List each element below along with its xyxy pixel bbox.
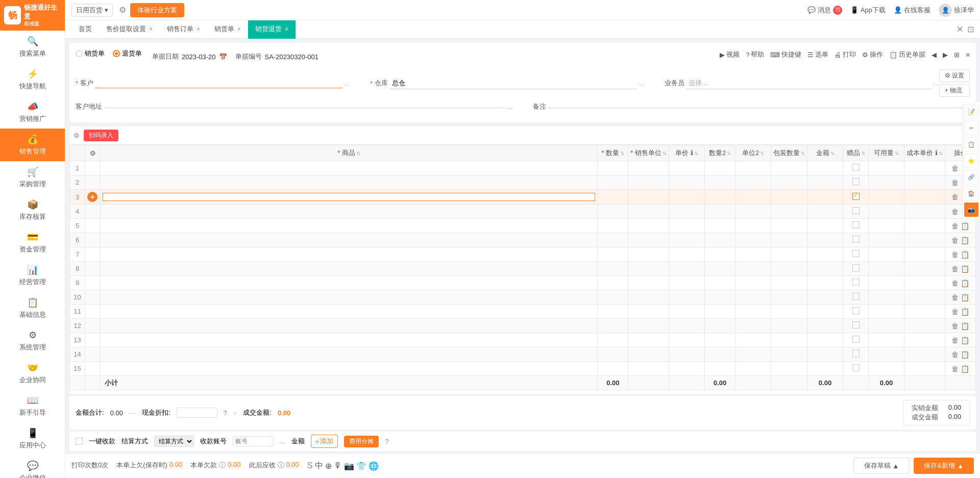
gift-checkbox-8[interactable] [852, 264, 860, 271]
unit-cell-9[interactable] [628, 276, 669, 290]
grid-view-icon[interactable]: ⊞ [954, 51, 960, 59]
unit-cell-2[interactable] [628, 175, 669, 190]
available-cell-12[interactable] [869, 319, 904, 333]
gift-checkbox-10[interactable] [852, 293, 860, 300]
delete-row-icon-10[interactable]: 🗑 [951, 293, 959, 301]
product-cell-7[interactable] [101, 247, 598, 262]
qty-cell-4[interactable] [598, 205, 628, 219]
online-service-btn[interactable]: 👤 在线客服 [894, 6, 930, 15]
sort-product-icon[interactable]: ⇅ [356, 150, 360, 156]
cost-cell-1[interactable] [904, 161, 945, 175]
message-btn[interactable]: 💬 消息 70 [807, 6, 842, 15]
pkg-cell-1[interactable] [771, 161, 807, 175]
cost-cell-2[interactable] [904, 175, 945, 190]
company-selector[interactable]: 日用百货 ▾ [71, 4, 113, 17]
qty2-cell-14[interactable] [705, 347, 736, 362]
right-btn-4[interactable]: ⭐ [964, 154, 978, 168]
gift-checkbox-13[interactable] [852, 336, 860, 343]
sidebar-item-basic[interactable]: 📋 基础信息 [0, 292, 65, 324]
sort-price-icon[interactable]: ⇅ [694, 150, 698, 156]
pkg-cell-7[interactable] [771, 247, 807, 262]
qty-cell-10[interactable] [598, 290, 628, 305]
cost-cell-5[interactable] [904, 219, 945, 233]
available-cell-1[interactable] [869, 161, 904, 175]
copy-row-icon-6[interactable]: 📋 [961, 236, 969, 244]
qty2-cell-11[interactable] [705, 305, 736, 319]
gift-checkbox-14[interactable] [852, 350, 860, 357]
product-cell-4[interactable] [101, 205, 598, 219]
history-action[interactable]: 📋 历史单据 [889, 50, 925, 59]
unit2-cell-13[interactable] [736, 333, 771, 347]
qty-cell-11[interactable] [598, 305, 628, 319]
unit2-cell-15[interactable] [736, 362, 771, 376]
gift-checkbox-11[interactable] [852, 307, 860, 314]
amount-cell-1[interactable] [807, 161, 843, 175]
nav-prev-icon[interactable]: ◀ [932, 51, 937, 59]
radio-sales-doc[interactable]: 销货单 [76, 49, 105, 58]
gift-checkbox-7[interactable] [852, 250, 860, 257]
cost-cell-12[interactable] [904, 319, 945, 333]
pkg-cell-13[interactable] [771, 333, 807, 347]
unit-cell-14[interactable] [628, 347, 669, 362]
unit-cell-13[interactable] [628, 333, 669, 347]
product-cell-10[interactable] [101, 290, 598, 305]
expense-split-btn[interactable]: 费用分摊 [344, 436, 379, 447]
right-btn-2[interactable]: ✏ [964, 121, 978, 135]
qty-cell-14[interactable] [598, 347, 628, 362]
ops-cell-9[interactable]: 🗑 📋 [945, 276, 976, 290]
amount-cell-11[interactable] [807, 305, 843, 319]
sidebar-item-purchase[interactable]: 🛒 采购管理 [0, 161, 65, 194]
app-download-btn[interactable]: 📱 App下载 [850, 6, 886, 15]
th-gear[interactable]: ⚙ [85, 145, 101, 161]
unit-cell-4[interactable] [628, 205, 669, 219]
gift-cell-1[interactable] [843, 161, 869, 175]
pkg-cell-10[interactable] [771, 290, 807, 305]
tab-sales-order[interactable]: 销售订单 × [160, 20, 207, 39]
copy-row-icon-15[interactable]: 📋 [961, 365, 969, 373]
sidebar-item-inventory[interactable]: 📦 库存核算 [0, 194, 65, 227]
tab-home[interactable]: 首页 [71, 20, 99, 39]
gift-checkbox-1[interactable] [852, 164, 860, 171]
available-cell-7[interactable] [869, 247, 904, 262]
gift-checkbox-12[interactable] [852, 321, 860, 329]
cost-cell-11[interactable] [904, 305, 945, 319]
available-cell-9[interactable] [869, 276, 904, 290]
unit2-cell-5[interactable] [736, 219, 771, 233]
pkg-cell-8[interactable] [771, 262, 807, 276]
sort-qty2-icon[interactable]: ⇅ [727, 150, 731, 156]
right-btn-1[interactable]: 📝 [964, 105, 978, 119]
qty-cell-8[interactable] [598, 262, 628, 276]
qty2-cell-15[interactable] [705, 362, 736, 376]
price-cell-8[interactable] [669, 262, 705, 276]
amount-cell-5[interactable] [807, 219, 843, 233]
unit2-cell-12[interactable] [736, 319, 771, 333]
price-cell-9[interactable] [669, 276, 705, 290]
unit-cell-15[interactable] [628, 362, 669, 376]
qty-cell-13[interactable] [598, 333, 628, 347]
pkg-cell-3[interactable] [771, 190, 807, 205]
tab-sales-doc-close[interactable]: × [237, 26, 241, 33]
sort-unit-icon[interactable]: ⇅ [663, 150, 667, 156]
gift-cell-4[interactable] [843, 205, 869, 219]
cost-cell-15[interactable] [904, 362, 945, 376]
unit2-cell-3[interactable] [736, 190, 771, 205]
right-btn-6[interactable]: 🏠 [964, 186, 978, 200]
video-action[interactable]: ▶ 视频 [720, 50, 740, 59]
delete-row-icon-8[interactable]: 🗑 [951, 265, 959, 273]
right-btn-3[interactable]: 📋 [964, 137, 978, 152]
copy-row-icon-7[interactable]: 📋 [961, 250, 969, 259]
tab-price-extract-close[interactable]: × [149, 26, 153, 33]
available-cell-6[interactable] [869, 233, 904, 247]
discount-input[interactable] [177, 408, 217, 418]
sidebar-item-sales[interactable]: 💰 销售管理 [0, 129, 65, 161]
unit2-cell-6[interactable] [736, 233, 771, 247]
available-cell-11[interactable] [869, 305, 904, 319]
delete-row-icon-3[interactable]: 🗑 [951, 193, 959, 201]
unit-cell-3[interactable] [628, 190, 669, 205]
delete-row-icon-4[interactable]: 🗑 [951, 208, 959, 216]
unit-cell-8[interactable] [628, 262, 669, 276]
available-cell-10[interactable] [869, 290, 904, 305]
available-cell-14[interactable] [869, 347, 904, 362]
ops-cell-12[interactable]: 🗑 📋 [945, 319, 976, 333]
ops-cell-10[interactable]: 🗑 📋 [945, 290, 976, 305]
